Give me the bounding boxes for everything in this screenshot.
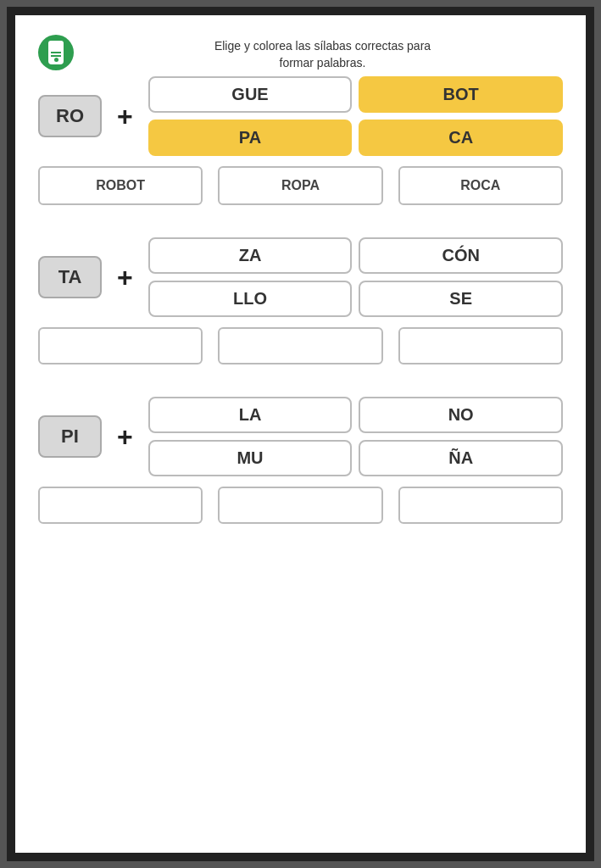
answer-2-3 [398,327,563,364]
option-1-1[interactable]: GUE [148,76,353,113]
logo-dot [54,58,58,62]
option-1-2[interactable]: BOT [359,76,563,113]
option-3-3[interactable]: MU [148,440,353,476]
divider-1 [38,225,563,237]
option-2-2[interactable]: CÓN [359,237,563,274]
option-1-3[interactable]: PA [148,120,353,156]
option-2-1[interactable]: ZA [148,237,353,274]
answer-1-2: ROPA [218,166,382,205]
exercise-1-options: GUE BOT PA CA [148,76,563,156]
logo-line-2 [51,55,61,57]
option-3-2[interactable]: NO [359,397,563,433]
exercise-3: PI + LA NO MU ÑA [38,397,563,536]
exercise-2-row: TA + ZA CÓN LLO SE [38,237,563,317]
plus-icon-1: + [117,101,133,132]
outer-border: Elige y colorea las sílabas correctas pa… [7,7,594,861]
option-2-3[interactable]: LLO [148,281,353,317]
exercise-3-options: LA NO MU ÑA [148,397,563,476]
option-3-1[interactable]: LA [148,397,353,433]
answer-2-1 [38,327,203,364]
exercise-2-options: ZA CÓN LLO SE [148,237,563,317]
answer-3-2 [218,487,382,524]
answer-3-1 [38,487,203,524]
exercise-1-stem: RO [38,95,102,137]
option-1-4[interactable]: CA [359,120,563,156]
answer-1-3: ROCA [398,166,563,205]
answer-1-1: ROBOT [38,166,203,205]
inner-page: Elige y colorea las sílabas correctas pa… [19,19,582,849]
exercise-3-stem: PI [38,415,102,458]
exercise-2: TA + ZA CÓN LLO SE [38,237,563,376]
option-2-4[interactable]: SE [359,281,563,317]
dotted-border: Elige y colorea las sílabas correctas pa… [15,15,586,853]
exercise-1-row: RO + GUE BOT PA CA [38,76,563,156]
exercise-1: RO + GUE BOT PA CA ROBOT ROPA ROCA [38,76,563,217]
answer-2-2 [218,327,382,364]
exercise-2-stem: TA [38,256,102,298]
plus-icon-2: + [117,262,133,293]
exercise-2-answers [38,327,563,364]
plus-icon-3: + [117,421,133,453]
divider-2 [38,385,563,397]
exercise-1-answers: ROBOT ROPA ROCA [38,166,563,205]
page-title: Elige y colorea las sílabas correctas pa… [82,35,563,71]
logo-line-1 [51,52,61,53]
answer-3-3 [398,487,563,524]
exercise-3-answers [38,487,563,524]
logo-bottle [48,41,64,64]
option-3-4[interactable]: ÑA [359,440,563,476]
header-area: Elige y colorea las sílabas correctas pa… [38,35,563,71]
exercise-3-row: PI + LA NO MU ÑA [38,397,563,476]
logo-icon [38,35,74,70]
